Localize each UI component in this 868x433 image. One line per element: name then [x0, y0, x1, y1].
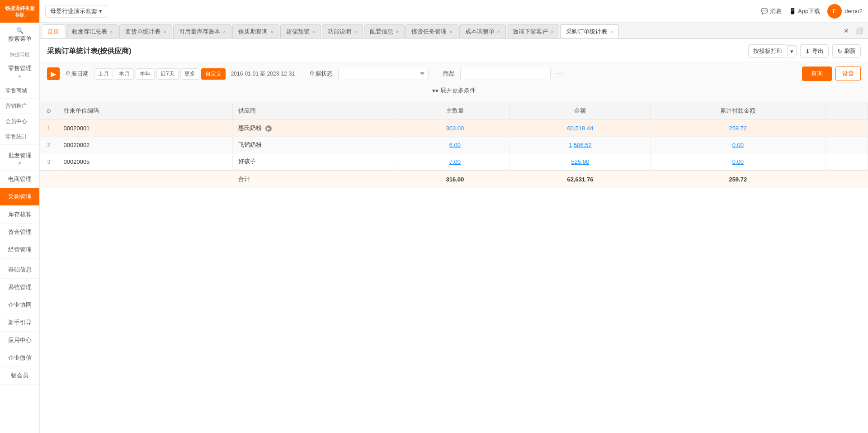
table-settings-icon[interactable]: ⚙ [46, 108, 52, 114]
tab-close-icon[interactable]: × [497, 29, 500, 34]
sidebar-item-ops-mgmt[interactable]: 经营管理 [0, 241, 39, 259]
export-btn[interactable]: ⬇ 导出 [800, 44, 829, 58]
shortcut-custom[interactable]: 自定义 [201, 68, 226, 80]
table-row[interactable]: 2 00020002 飞鹤奶粉 6.00 1,586.52 0.00 [40, 137, 868, 153]
sidebar-item-finance-mgmt[interactable]: 资金管理 [0, 224, 39, 241]
tab-close-icon[interactable]: × [110, 29, 113, 34]
status-select[interactable]: 草稿 已确认 已完成 [338, 68, 429, 80]
sidebar-item-label: 电商管理 [8, 175, 32, 183]
tab-close-icon[interactable]: × [312, 29, 315, 34]
settings-btn[interactable]: 设置 [835, 67, 861, 81]
shortcut-last-7days[interactable]: 近7天 [156, 68, 179, 80]
sidebar-item-purchase-mgmt[interactable]: 采购管理 [0, 188, 39, 206]
sidebar-item-retail-mgmt[interactable]: 零售管理 ▲ [0, 60, 39, 83]
refresh-btn[interactable]: ↻ 刷新 [832, 44, 861, 58]
tab-close-all-btn[interactable]: ✕ [841, 25, 852, 36]
tab-maximize-btn[interactable]: ⬜ [854, 25, 864, 36]
th-amount: 金额 [510, 102, 651, 120]
td-amount[interactable]: 60,519.44 [510, 120, 651, 137]
sidebar-item-member-center[interactable]: 会员中心 [0, 114, 39, 129]
sidebar-item-marketing[interactable]: 营销推广 [0, 99, 39, 114]
tab-label: 超储预警 [286, 28, 310, 36]
supplier-detail-icon[interactable]: ▶ [265, 125, 272, 132]
sidebar-item-retail-stats[interactable]: 零售统计 [0, 129, 39, 145]
workspace-name: 母婴行业演示账套 [50, 7, 97, 15]
message-label: 消息 [770, 7, 782, 15]
tab-close-icon[interactable]: × [270, 29, 273, 34]
sidebar-item-ecommerce-mgmt[interactable]: 电商管理 [0, 171, 39, 188]
tab-config-info[interactable]: 配置信息 × [364, 24, 405, 38]
shortcut-this-year[interactable]: 本年 [136, 68, 155, 80]
tab-receive-summary[interactable]: 收发存汇总表 × [66, 24, 118, 38]
td-main-qty[interactable]: 303.00 [400, 120, 510, 137]
sidebar-item-inventory-check[interactable]: 库存核算 [0, 206, 39, 224]
shortcut-last-month[interactable]: 上月 [94, 68, 113, 80]
table-container: ⚙ 往来单位编码 供应商 主数量 金额 累计付款金额 1 00020001 [40, 102, 868, 188]
tab-close-icon[interactable]: × [396, 29, 399, 34]
sidebar-item-enterprise-collab[interactable]: 企业协同 [0, 296, 39, 314]
td-unit-code: 00020005 [58, 153, 233, 171]
sidebar-item-app-center[interactable]: 应用中心 [0, 332, 39, 349]
tab-purchase-stats[interactable]: 采购订单统计表 × [560, 24, 618, 38]
date-shortcuts: 上月 本月 本年 近7天 更多 自定义 [94, 68, 226, 80]
goods-input[interactable] [460, 68, 551, 80]
sidebar-item-new-guide[interactable]: 新手引导 [0, 314, 39, 332]
user-area[interactable]: E demo2 [827, 4, 863, 19]
tab-cost-adjust[interactable]: 成本调整单 × [459, 24, 506, 38]
tab-goods-stats[interactable]: 要货单统计表 × [119, 24, 172, 38]
td-amount[interactable]: 525.80 [510, 153, 651, 171]
sidebar-item-retail-shop[interactable]: 零售商城 [0, 83, 39, 99]
goods-more-icon[interactable]: ··· [556, 70, 562, 78]
tab-close-icon[interactable]: × [610, 29, 613, 34]
td-amount[interactable]: 1,586.52 [510, 137, 651, 153]
filter-area: ▶ 单据日期 上月 本月 本年 近7天 更多 自定义 2016-01-01 至 … [40, 62, 868, 102]
tab-close-icon[interactable]: × [223, 29, 226, 34]
tab-actions: ✕ ⬜ [839, 24, 866, 38]
tab-available-stock[interactable]: 可用量库存账本 × [173, 24, 231, 38]
shortcut-this-month[interactable]: 本月 [115, 68, 134, 80]
sidebar-item-basic-info[interactable]: 基础信息 [0, 261, 39, 279]
sidebar-item-wholesale-mgmt[interactable]: 批发管理 ▼ [0, 147, 39, 171]
tab-invite-downstream[interactable]: 邀请下游客户 × [507, 24, 559, 38]
td-paid-amount[interactable]: 0.00 [651, 137, 826, 153]
table-row[interactable]: 1 00020001 惠氏奶粉 ▶ 303.00 60,519.44 259.7… [40, 120, 868, 137]
shortcut-more[interactable]: 更多 [180, 68, 199, 80]
tab-expiry-query[interactable]: 保质期查询 × [232, 24, 279, 38]
print-btn[interactable]: 按模板打印 [748, 44, 788, 58]
td-main-qty[interactable]: 6.00 [400, 137, 510, 153]
tab-overstock-warning[interactable]: 超储预警 × [280, 24, 321, 38]
th-empty [826, 102, 868, 120]
logo-sub: 标版 [15, 12, 24, 18]
sidebar-search[interactable]: 🔍 搜索菜单 [0, 23, 39, 48]
filter-toggle-btn[interactable]: ▶ [47, 67, 60, 80]
tab-close-icon[interactable]: × [163, 29, 166, 34]
sidebar-item-enterprise-wechat[interactable]: 企业微信 [0, 349, 39, 367]
th-main-qty: 主数量 [400, 102, 510, 120]
tab-close-icon[interactable]: × [449, 29, 452, 34]
tab-close-icon[interactable]: × [551, 29, 553, 34]
print-dropdown-btn[interactable]: ▾ [788, 45, 797, 57]
tab-pick-task[interactable]: 拣货任务管理 × [406, 24, 458, 38]
expand-more-btn[interactable]: ▾▾ 展开更多条件 [432, 84, 476, 97]
workspace-selector[interactable]: 母婴行业演示账套 ▾ [45, 5, 107, 18]
sidebar-item-vip[interactable]: 畅会员 [0, 367, 39, 385]
tab-function-desc[interactable]: 功能说明 × [322, 24, 363, 38]
sidebar-item-sys-mgmt[interactable]: 系统管理 [0, 279, 39, 296]
td-paid-amount[interactable]: 0.00 [651, 153, 826, 171]
query-btn[interactable]: 查询 [802, 67, 832, 81]
sidebar-item-label: 批发管理 [8, 152, 32, 160]
message-btn[interactable]: 💬 消息 [761, 7, 782, 15]
tab-home[interactable]: 首页 [42, 24, 65, 38]
tab-close-icon[interactable]: × [354, 29, 357, 34]
td-paid-amount[interactable]: 259.72 [651, 120, 826, 137]
td-main-qty[interactable]: 7.00 [400, 153, 510, 171]
sidebar-item-label: 库存核算 [8, 210, 32, 219]
collapse-icon: ▼ [18, 161, 22, 166]
table-row[interactable]: 3 00020005 好孩子 7.00 525.80 0.00 [40, 153, 868, 171]
expand-icon: ▾▾ [432, 87, 439, 94]
app-download-btn[interactable]: 📱 App下载 [789, 7, 820, 15]
filter-row-1: ▶ 单据日期 上月 本月 本年 近7天 更多 自定义 2016-01-01 至 … [47, 67, 861, 81]
sidebar-item-label: 应用中心 [8, 336, 32, 344]
tab-label: 配置信息 [370, 28, 393, 36]
app-download-label: App下载 [798, 7, 820, 15]
